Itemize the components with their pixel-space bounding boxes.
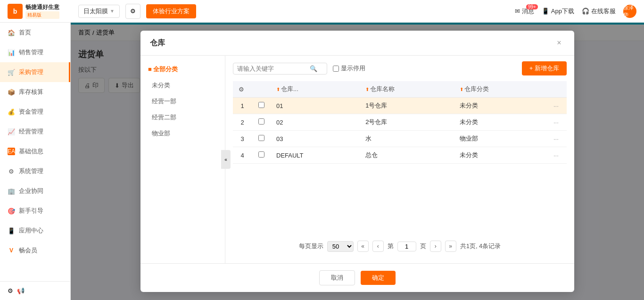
table-row[interactable]: 4 DEFAULT 总仓 未分类 ··· <box>233 147 567 164</box>
speaker-icon[interactable]: 📢 <box>17 287 25 294</box>
row-num: 1 <box>233 98 252 114</box>
th-code[interactable]: ⬆仓库... <box>271 81 360 98</box>
row-name: 1号仓库 <box>360 98 454 114</box>
avatar: 徐泽华 <box>623 5 636 18</box>
row-checkbox-cell[interactable] <box>252 114 271 131</box>
sidebar-item-system[interactable]: ⚙ 系统管理 <box>0 161 70 181</box>
row-more[interactable]: ··· <box>548 114 567 131</box>
settings-bottom-icon[interactable]: ⚙ <box>8 287 13 294</box>
header-right: ✉ 消息 99+ 📱 App下载 🎧 在线客服 徐泽华 <box>515 5 636 18</box>
settings-icon[interactable]: ⚙ <box>125 4 140 19</box>
row-code: DEFAULT <box>271 147 360 164</box>
sidebar-item-membership[interactable]: V 畅会员 <box>0 241 70 260</box>
category-item-unclassified[interactable]: 未分类 <box>140 77 225 93</box>
row-more[interactable]: ··· <box>548 131 567 147</box>
table-row[interactable]: 2 02 2号仓库 未分类 ··· <box>233 114 567 131</box>
online-service-item[interactable]: 🎧 在线客服 <box>582 7 616 16</box>
row-checkbox-cell[interactable] <box>252 131 271 147</box>
next-page-button[interactable]: › <box>430 241 441 252</box>
sidebar-item-sales[interactable]: 📊 销售管理 <box>0 42 70 62</box>
prev-page-button[interactable]: ‹ <box>372 241 384 252</box>
row-num: 4 <box>233 147 252 164</box>
cancel-button[interactable]: 取消 <box>319 270 355 285</box>
table-toolbar: 🔍 显示停用 + 新增仓库 <box>233 61 567 75</box>
th-checkbox <box>252 81 271 98</box>
sort-icon-name: ⬆ <box>365 87 369 92</box>
table-header: ⚙ ⬆仓库... ⬆仓库名称 ⬆仓库分类 <box>233 81 567 98</box>
new-warehouse-button[interactable]: + 新增仓库 <box>522 61 567 75</box>
page-size-select[interactable]: 50 20 100 <box>327 241 354 252</box>
main-content: 首页 / 进货单 进货单 按以下 🖨 印 ⬇ 导出 ↻ 刷新 <box>71 23 644 300</box>
page-number-input[interactable] <box>397 242 416 251</box>
dropdown-arrow-icon: ▼ <box>110 8 115 14</box>
category-panel: ■ 全部分类 未分类 经营一部 经营二部 物业部 « <box>140 56 225 263</box>
category-item-property[interactable]: 物业部 <box>140 125 225 142</box>
row-checkbox[interactable] <box>258 102 264 108</box>
search-input[interactable] <box>237 65 308 72</box>
table-row[interactable]: 1 01 1号仓库 未分类 ··· <box>233 98 567 114</box>
collapse-panel-button[interactable]: « <box>221 150 231 169</box>
category-all-item[interactable]: ■ 全部分类 <box>140 61 225 77</box>
message-item[interactable]: ✉ 消息 99+ <box>515 7 534 16</box>
row-more[interactable]: ··· <box>548 98 567 114</box>
sidebar-item-inventory[interactable]: 📦 库存核算 <box>0 82 70 102</box>
sidebar-item-basic[interactable]: EA 基础信息 <box>0 142 70 161</box>
row-more[interactable]: ··· <box>548 147 567 164</box>
top-header: b 畅捷通好生意 精易版 日太阳膜 ▼ ⚙ 体验行业方案 ✉ 消息 99+ 📱 … <box>0 0 644 23</box>
th-gear[interactable]: ⚙ <box>233 81 252 98</box>
app-download-item[interactable]: 📱 App下载 <box>542 7 574 16</box>
row-checkbox[interactable] <box>258 135 264 141</box>
th-category[interactable]: ⬆仓库分类 <box>454 81 548 98</box>
disabled-checkbox[interactable] <box>333 66 339 72</box>
sidebar-item-finance[interactable]: 💰 资金管理 <box>0 102 70 122</box>
th-name[interactable]: ⬆仓库名称 <box>360 81 454 98</box>
modal-footer: 取消 确定 <box>140 263 574 292</box>
search-icon: 🔍 <box>310 65 317 72</box>
pagination: 每页显示 50 20 100 « ‹ 第 页 › » 共1页, 4条记 <box>233 235 567 258</box>
row-name: 2号仓库 <box>360 114 454 131</box>
row-checkbox-cell[interactable] <box>252 147 271 164</box>
sidebar-item-operation[interactable]: 📈 经营管理 <box>0 122 70 142</box>
membership-icon: V <box>8 247 15 254</box>
row-code: 01 <box>271 98 360 114</box>
category-item-ops1[interactable]: 经营一部 <box>140 93 225 109</box>
logo-text: 畅捷通好生意 精易版 <box>25 3 59 19</box>
inventory-icon: 📦 <box>8 88 15 96</box>
sidebar-item-apps[interactable]: 📱 应用中心 <box>0 221 70 241</box>
sidebar-item-guide[interactable]: 🎯 新手引导 <box>0 201 70 221</box>
warehouse-table: ⚙ ⬆仓库... ⬆仓库名称 ⬆仓库分类 <box>233 81 567 164</box>
row-num: 2 <box>233 114 252 131</box>
row-code: 03 <box>271 131 360 147</box>
apps-icon: 📱 <box>8 227 15 234</box>
enterprise-icon: 🏢 <box>8 187 15 195</box>
warehouse-modal: 仓库 × ■ 全部分类 未分类 经营一部 经营二部 物业部 « <box>140 31 574 292</box>
first-page-button[interactable]: « <box>357 241 369 252</box>
user-avatar-area[interactable]: 徐泽华 <box>623 5 636 18</box>
row-checkbox[interactable] <box>258 118 264 125</box>
row-category: 未分类 <box>454 98 548 114</box>
sidebar-item-purchase[interactable]: 🛒 采购管理 <box>0 62 70 82</box>
last-page-button[interactable]: » <box>445 241 456 252</box>
system-icon: ⚙ <box>8 167 15 175</box>
row-checkbox-cell[interactable] <box>252 98 271 114</box>
row-num: 3 <box>233 131 252 147</box>
table-panel: 🔍 显示停用 + 新增仓库 ⚙ <box>225 56 574 263</box>
finance-icon: 💰 <box>8 108 15 116</box>
sidebar-item-enterprise[interactable]: 🏢 企业协同 <box>0 181 70 201</box>
phone-icon: 📱 <box>542 8 549 15</box>
table-row[interactable]: 3 03 水 物业部 ··· <box>233 131 567 147</box>
row-category: 未分类 <box>454 114 548 131</box>
show-disabled-checkbox[interactable]: 显示停用 <box>333 64 365 73</box>
row-category: 物业部 <box>454 131 548 147</box>
sidebar-item-home[interactable]: 🏠 首页 <box>0 23 70 42</box>
row-checkbox[interactable] <box>258 151 264 158</box>
store-selector[interactable]: 日太阳膜 ▼ <box>78 5 120 18</box>
category-item-ops2[interactable]: 经营二部 <box>140 109 225 125</box>
confirm-button[interactable]: 确定 <box>361 271 396 285</box>
message-icon: ✉ <box>515 8 520 15</box>
industry-button[interactable]: 体验行业方案 <box>146 4 196 18</box>
table-body: 1 01 1号仓库 未分类 ··· 2 02 2 <box>233 98 567 164</box>
modal-close-button[interactable]: × <box>553 37 565 49</box>
row-name: 总仓 <box>360 147 454 164</box>
search-box: 🔍 <box>233 63 327 75</box>
